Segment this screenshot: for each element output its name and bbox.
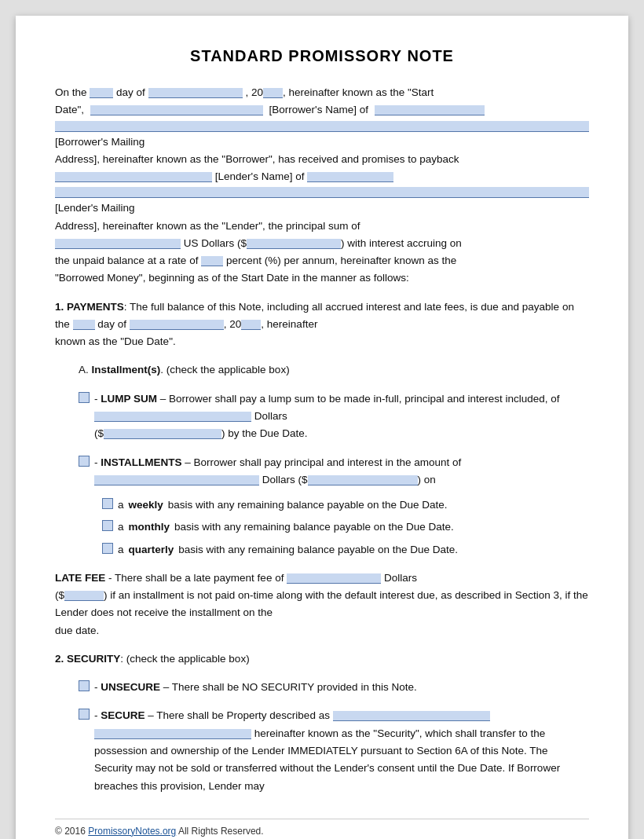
intro-date-label: Date",: [55, 104, 84, 115]
borrower-address-line1[interactable]: [55, 121, 589, 132]
unsecure-row: - UNSECURE – There shall be NO SECURITY …: [79, 679, 589, 696]
month-blank[interactable]: [148, 88, 243, 98]
weekly-text: basis with any remaining balance payable…: [168, 496, 448, 514]
quarterly-row: a quarterly basis with any remaining bal…: [102, 541, 589, 559]
secure-section: - SECURE – There shall be Property descr…: [79, 707, 589, 794]
late-fee-bold: LATE FEE: [55, 572, 105, 584]
document-page: STANDARD PROMISSORY NOTE On the day of ,…: [16, 16, 628, 839]
weekly-checkbox[interactable]: [102, 498, 113, 509]
quarterly-checkbox[interactable]: [102, 543, 113, 554]
sub-a-installments-label: Installment(s): [92, 364, 161, 376]
intro-lender-mailing: [Lender's Mailing: [55, 202, 135, 214]
due-year-blank[interactable]: [241, 320, 261, 330]
lender-address-line1[interactable]: [55, 187, 589, 198]
lump-sum-dash: -: [94, 393, 101, 405]
lump-sum-desc: – Borrower shall pay a lump sum to be ma…: [157, 393, 560, 405]
borrower-name-blank[interactable]: [90, 105, 263, 115]
intro-paragraph: On the day of , 20, hereinafter known as…: [55, 84, 589, 288]
secure-checkbox[interactable]: [79, 709, 90, 720]
monthly-a: a: [118, 518, 124, 536]
installments-bold: INSTALLMENTS: [101, 456, 181, 468]
unsecure-checkbox[interactable]: [79, 680, 90, 691]
lump-sum-row: - LUMP SUM – Borrower shall pay a lump s…: [79, 390, 589, 443]
installments-dash: -: [94, 456, 101, 468]
rate-blank[interactable]: [201, 256, 223, 266]
unsecure-bold: UNSECURE: [101, 681, 160, 693]
section1-payments: 1. PAYMENTS: The full balance of this No…: [55, 299, 589, 351]
intro-usd-label: US Dollars ($: [184, 237, 247, 249]
intro-rate-suffix: percent (%) per annum, hereinafter known…: [223, 255, 456, 266]
installments-content: - INSTALLMENTS – Borrower shall pay prin…: [94, 454, 461, 489]
day-blank[interactable]: [90, 88, 113, 98]
intro-address-label: Address], hereinafter known as the "Borr…: [55, 153, 459, 165]
installments-desc: – Borrower shall pay principal and inter…: [182, 456, 462, 468]
document-title: STANDARD PROMISSORY NOTE: [55, 47, 589, 65]
installments-dollars: Dollars ($: [259, 474, 308, 485]
lump-sum-checkbox[interactable]: [79, 392, 90, 403]
installments-dollar-blank[interactable]: [308, 475, 418, 485]
installments-section: - INSTALLMENTS – Borrower shall pay prin…: [79, 454, 589, 489]
principal-amount-blank[interactable]: [247, 239, 341, 249]
section1-label: 1. PAYMENTS: [55, 301, 124, 313]
quarterly-bold: quarterly: [129, 541, 174, 559]
intro-lender-of: [Lender's Name] of: [215, 170, 307, 182]
intro-borrowed-money: "Borrowed Money", beginning as of the St…: [55, 272, 409, 284]
secure-dash: -: [94, 709, 101, 721]
monthly-row: a monthly basis with any remaining balan…: [102, 518, 589, 536]
secure-content: - SECURE – There shall be Property descr…: [94, 707, 589, 794]
footer-link[interactable]: PromissoryNotes.org: [88, 826, 176, 837]
late-fee-text: - There shall be a late payment fee of: [105, 572, 287, 584]
section2-text: : (check the applicable box): [120, 653, 249, 665]
late-fee-dollar-prefix: ($: [55, 589, 64, 601]
installments-amount-blank[interactable]: [94, 475, 259, 485]
sub-a-section: A. Installment(s). (check the applicable…: [79, 361, 589, 379]
weekly-a: a: [118, 496, 124, 514]
sub-a-text: . (check the applicable box): [160, 364, 289, 376]
principal-usd-blank[interactable]: [55, 239, 181, 249]
late-fee-amount-blank[interactable]: [287, 573, 381, 584]
intro-borrower-bracket: [Borrower's Name] of: [269, 104, 368, 115]
unsecure-text: – There shall be NO SECURITY provided in…: [160, 681, 417, 693]
monthly-checkbox[interactable]: [102, 520, 113, 531]
installments-checkbox[interactable]: [79, 456, 90, 467]
late-fee-suffix: ) if an installment is not paid on-time …: [55, 589, 588, 618]
quarterly-text: basis with any remaining balance payable…: [178, 541, 458, 559]
lump-sum-dollar-blank[interactable]: [104, 429, 221, 439]
section2-label: 2. SECURITY: [55, 653, 120, 665]
lender-of-blank[interactable]: [307, 172, 393, 182]
due-day-blank[interactable]: [73, 320, 95, 330]
intro-borrower-mailing: [Borrower's Mailing: [55, 136, 145, 148]
footer: © 2016 PromissoryNotes.org All Rights Re…: [55, 819, 589, 837]
footer-copyright: © 2016: [55, 826, 86, 837]
year-blank[interactable]: [263, 88, 283, 98]
late-fee-section: LATE FEE - There shall be a late payment…: [55, 570, 589, 639]
monthly-text: basis with any remaining balance payable…: [174, 518, 454, 536]
borrower-of-blank[interactable]: [375, 105, 485, 115]
unsecure-section: - UNSECURE – There shall be NO SECURITY …: [79, 679, 589, 696]
secure-property-blank2[interactable]: [94, 729, 251, 739]
footer-rights: All Rights Reserved.: [178, 826, 264, 837]
section1-known-as: known as the "Due Date".: [55, 335, 176, 347]
late-fee-dollars: Dollars: [381, 572, 417, 584]
quarterly-a: a: [118, 541, 124, 559]
installments-row: - INSTALLMENTS – Borrower shall pay prin…: [79, 454, 589, 489]
intro-hereinafter: , hereinafter known as the "Start: [283, 86, 434, 98]
lender-name-blank[interactable]: [55, 172, 212, 182]
lump-sum-amount-blank[interactable]: [94, 412, 251, 422]
section1-year-prefix: , 20: [224, 318, 242, 330]
monthly-bold: monthly: [129, 518, 170, 536]
weekly-bold: weekly: [129, 496, 163, 514]
late-fee-dollar-blank[interactable]: [64, 591, 104, 601]
secure-text: – There shall be Property described as: [145, 709, 333, 721]
late-fee-due-date: due date.: [55, 625, 99, 636]
section2-security: 2. SECURITY: (check the applicable box): [55, 650, 589, 668]
unsecure-dash: -: [94, 681, 101, 693]
secure-property-blank[interactable]: [333, 711, 490, 721]
intro-day-of: day of: [116, 86, 145, 98]
due-month-blank[interactable]: [130, 320, 224, 330]
intro-interest-text: ) with interest accruing on: [341, 237, 462, 249]
intro-rate-prefix: the unpaid balance at a rate of: [55, 255, 201, 266]
secure-bold: SECURE: [101, 709, 145, 721]
intro-year-prefix: , 20: [245, 86, 263, 98]
lump-sum-bold: LUMP SUM: [101, 393, 157, 405]
